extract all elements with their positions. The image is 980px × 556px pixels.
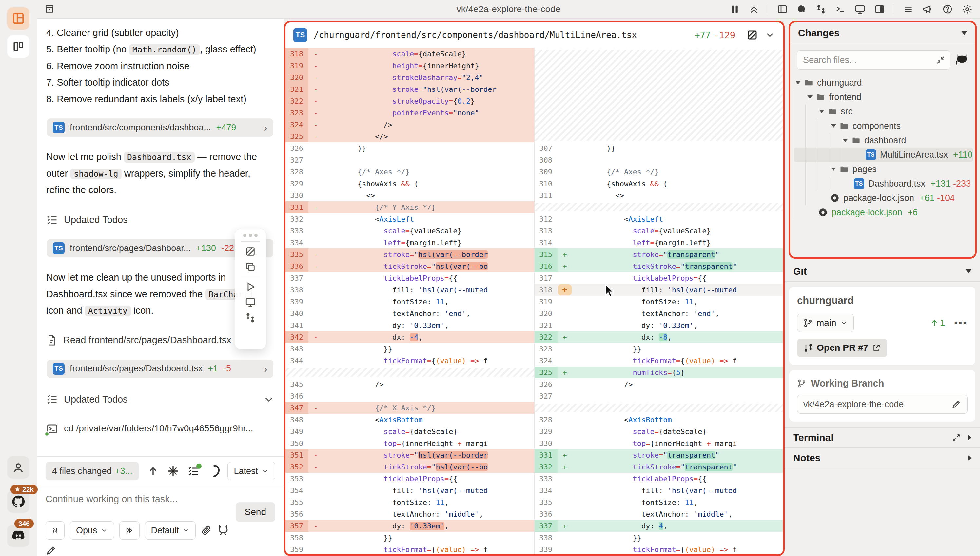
monitor-icon[interactable] (245, 297, 256, 308)
tree-item-src[interactable]: src (793, 104, 973, 119)
chevron-down-icon[interactable] (765, 30, 775, 40)
diff-row: 311 <> (534, 189, 783, 201)
cat-review-icon[interactable] (956, 53, 969, 66)
changes-file-tree: churnguardfrontendsrccomponentsdashboard… (790, 72, 975, 220)
play-icon[interactable] (245, 281, 256, 293)
mode-dropdown[interactable]: Default (145, 521, 196, 540)
attach-icon[interactable] (201, 525, 212, 536)
highlighter-icon[interactable] (45, 544, 284, 556)
tree-item-frontend[interactable]: frontend (793, 90, 973, 104)
megaphone-icon[interactable] (922, 3, 933, 15)
terminal-icon[interactable] (835, 4, 846, 15)
line-number: 329 (286, 178, 308, 189)
changes-header[interactable]: Changes (790, 22, 975, 44)
composer[interactable]: Continue working on this task... Send (37, 486, 284, 519)
search-files-input[interactable] (797, 50, 950, 70)
line-number: 336 (534, 508, 557, 520)
send-button[interactable]: Send (236, 502, 275, 522)
ts-icon: TS (854, 178, 864, 189)
tree-item-components[interactable]: components (793, 119, 973, 133)
drag-handle-dots[interactable] (243, 234, 258, 237)
diff-row: 329 {showAxis && ( (286, 178, 534, 189)
tree-item-package-lock-json[interactable]: package-lock.json+61-104 (793, 191, 973, 205)
discord-icon (11, 528, 26, 543)
file-change-chip[interactable]: TS frontend/src/components/dashboa... +4… (47, 118, 273, 137)
tree-item-churnguard[interactable]: churnguard (793, 75, 973, 90)
composer-toolbar: Opus Default (37, 519, 284, 540)
version-dropdown[interactable]: Latest (228, 462, 275, 480)
tree-item-package-lock-json[interactable]: package-lock.json+6 (793, 205, 973, 220)
line-number: 344 (286, 355, 308, 367)
diff-row: 312 <AxisLeft (534, 213, 783, 225)
caret-down-icon (831, 168, 836, 171)
git-compare-icon[interactable] (816, 4, 826, 15)
assistant-list-item: 8. Remove redundant axis labels (x/y lab… (46, 91, 274, 107)
fast-forward-button[interactable] (119, 521, 140, 540)
cat-agent-icon[interactable] (217, 525, 229, 536)
model-dropdown[interactable]: Opus (70, 521, 114, 540)
notes-section-header[interactable]: Notes (785, 448, 980, 468)
diff-row: 318+ fill: 'hsl(var(--muted (534, 284, 783, 296)
todo-update-row[interactable]: Updated Todos (46, 391, 274, 407)
diff-row: 328 <AxisBottom (534, 414, 783, 425)
terminal-command-row[interactable]: cd /private/var/folders/10/h7w0q46556ggr… (46, 420, 274, 437)
diff-view-icon[interactable] (245, 246, 256, 257)
line-number: 336 (286, 260, 308, 272)
chevron-down-icon[interactable] (263, 394, 274, 404)
chat-bubble-icon[interactable] (796, 4, 807, 15)
pause-icon[interactable] (730, 4, 740, 14)
terminal-section-header[interactable]: Terminal (785, 427, 980, 448)
diff-row: 359 tickFormat={(value) => f (286, 543, 534, 554)
working-branch-field[interactable]: vk/4e2a-explore-the-code (797, 395, 967, 414)
spark-icon[interactable] (167, 465, 179, 477)
folder-icon (840, 165, 849, 174)
files-changed-pill[interactable]: 4 files changed +3... (45, 462, 139, 480)
workspace-tab-kanban[interactable] (7, 36, 29, 58)
diff-row: 331- {/* Y Axis */} (286, 201, 534, 213)
tree-item-dashboard-tsx[interactable]: TSDashboard.tsx+131-233 (793, 176, 973, 191)
panel-left-icon[interactable] (777, 4, 788, 15)
line-number: 337 (534, 520, 557, 532)
menu-icon[interactable] (903, 4, 914, 15)
tree-item-multilinearea-tsx[interactable]: TSMultiLineArea.tsx+110-162 (793, 147, 973, 162)
add-comment-button[interactable]: + (558, 284, 572, 296)
chevrons-up-icon[interactable] (749, 4, 759, 15)
folder-icon (851, 136, 861, 145)
settings-sliders-button[interactable] (45, 521, 65, 540)
more-menu-icon[interactable]: ••• (954, 317, 967, 328)
todos-icon[interactable] (187, 465, 199, 477)
help-icon[interactable] (942, 4, 953, 15)
diff-row: 353 tickLabelProps={{ (286, 473, 534, 485)
working-spinner (205, 462, 222, 480)
panel-right-filled-icon[interactable] (875, 4, 885, 15)
file-change-chip[interactable]: TS frontend/src/pages/Dashboard.tsx +1 -… (47, 360, 273, 378)
branch-dropdown[interactable]: main (797, 314, 854, 332)
split-diff-icon[interactable] (746, 29, 758, 41)
open-pr-button[interactable]: Open PR #7 (797, 339, 887, 357)
line-number: 341 (286, 319, 308, 331)
right-sidebar: Changes churnguardfrontendsrccomponentsd… (785, 19, 980, 556)
account-button[interactable] (7, 456, 29, 478)
git-header[interactable]: Git (785, 261, 980, 281)
git-compare-icon[interactable] (245, 312, 256, 323)
monitor-icon[interactable] (854, 3, 865, 15)
folder-icon (804, 78, 813, 87)
line-number: 339 (286, 296, 308, 307)
line-number: 317 (534, 272, 557, 284)
expand-icon[interactable] (952, 433, 961, 442)
changes-panel: Changes churnguardfrontendsrccomponentsd… (789, 21, 977, 259)
tree-item-pages[interactable]: pages (793, 162, 973, 176)
line-number: 347 (286, 402, 308, 414)
up-arrow-icon[interactable] (147, 465, 159, 477)
workspace-tab-active[interactable] (7, 7, 29, 29)
copy-icon[interactable] (245, 261, 256, 272)
line-number: 309 (534, 166, 557, 178)
gear-icon[interactable] (962, 3, 973, 15)
todo-update-row[interactable]: Updated Todos (46, 212, 274, 228)
line-number: 359 (286, 543, 308, 554)
tree-item-dashboard[interactable]: dashboard (793, 133, 973, 147)
diff-row: 332 <AxisLeft (286, 213, 534, 225)
edit-branch-icon[interactable] (951, 399, 961, 409)
collapse-tree-icon[interactable] (936, 55, 946, 65)
line-number: 332 (286, 213, 308, 225)
